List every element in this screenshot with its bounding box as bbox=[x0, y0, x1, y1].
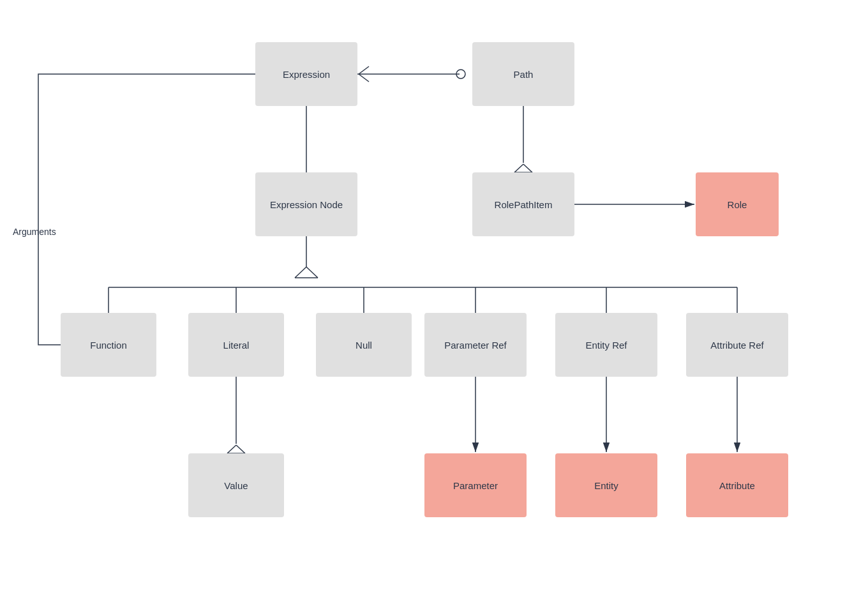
node-entity-ref[interactable]: Entity Ref bbox=[555, 313, 657, 377]
svg-line-7 bbox=[514, 164, 523, 172]
node-entity[interactable]: Entity bbox=[555, 453, 657, 517]
node-path[interactable]: Path bbox=[472, 42, 574, 106]
node-expression[interactable]: Expression bbox=[255, 42, 357, 106]
node-expression-node[interactable]: Expression Node bbox=[255, 172, 357, 236]
svg-line-12 bbox=[295, 267, 306, 278]
diagram-container: Arguments Expression Path Expression Nod… bbox=[0, 0, 868, 613]
svg-line-8 bbox=[523, 164, 532, 172]
svg-line-3 bbox=[359, 66, 369, 74]
node-attribute[interactable]: Attribute bbox=[686, 453, 788, 517]
node-role-path-item[interactable]: RolePathItem bbox=[472, 172, 574, 236]
node-attribute-ref[interactable]: Attribute Ref bbox=[686, 313, 788, 377]
node-null[interactable]: Null bbox=[316, 313, 412, 377]
svg-line-23 bbox=[227, 445, 236, 453]
node-role[interactable]: Role bbox=[696, 172, 779, 236]
diagram-svg: Arguments bbox=[0, 0, 868, 613]
node-parameter-ref[interactable]: Parameter Ref bbox=[424, 313, 527, 377]
node-value[interactable]: Value bbox=[188, 453, 284, 517]
svg-text:Arguments: Arguments bbox=[13, 227, 56, 237]
svg-line-13 bbox=[306, 267, 318, 278]
node-parameter[interactable]: Parameter bbox=[424, 453, 527, 517]
node-function[interactable]: Function bbox=[61, 313, 156, 377]
svg-line-24 bbox=[236, 445, 245, 453]
node-literal[interactable]: Literal bbox=[188, 313, 284, 377]
svg-line-4 bbox=[359, 74, 369, 82]
